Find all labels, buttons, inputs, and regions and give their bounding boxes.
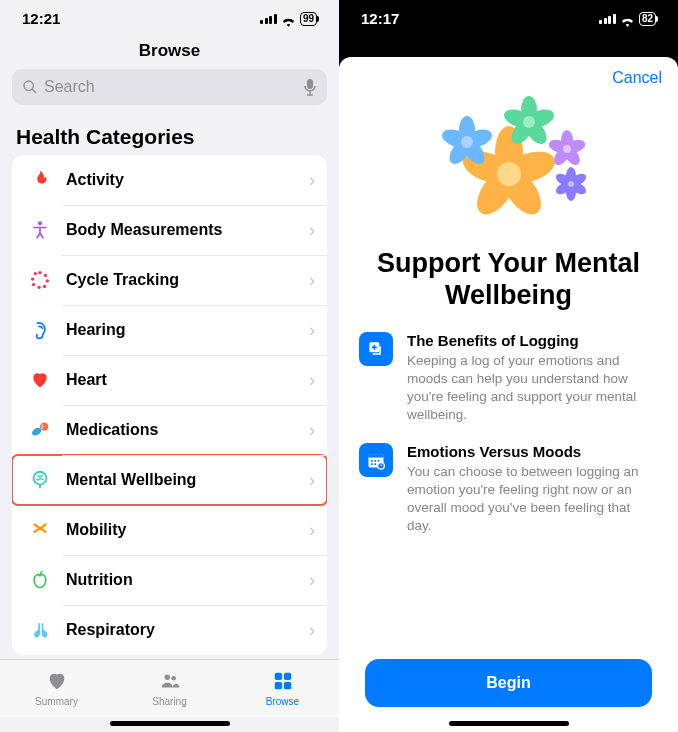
svg-point-5: [44, 274, 47, 277]
svg-point-10: [31, 277, 34, 280]
info-item-0: The Benefits of LoggingKeeping a log of …: [359, 332, 658, 425]
battery-indicator: 99: [300, 12, 317, 26]
signal-icon: [599, 14, 616, 24]
svg-rect-18: [283, 673, 290, 680]
modal-sheet: Cancel Support Your Mental Wellbeing The…: [339, 57, 678, 732]
svg-point-8: [37, 286, 40, 289]
svg-point-7: [43, 285, 46, 288]
mobility-icon: [26, 516, 54, 544]
chevron-right-icon: ›: [309, 520, 315, 541]
tab-sharing[interactable]: Sharing: [113, 660, 226, 717]
category-label: Medications: [66, 421, 309, 439]
svg-point-6: [46, 279, 49, 282]
svg-point-52: [568, 181, 574, 187]
chevron-right-icon: ›: [309, 570, 315, 591]
modal-title: Support Your Mental Wellbeing: [369, 247, 648, 312]
nav-title: Browse: [0, 35, 339, 69]
svg-rect-59: [374, 460, 376, 462]
categories-list: Activity›Body Measurements›Cycle Trackin…: [12, 155, 327, 655]
cycle-icon: [26, 266, 54, 294]
svg-rect-56: [369, 454, 384, 457]
status-bar: 12:17 82: [339, 0, 678, 35]
category-medications[interactable]: Medications›: [12, 405, 327, 455]
flowers-illustration: [359, 89, 658, 229]
plus-square-icon: [359, 332, 393, 366]
brain-icon: [26, 466, 54, 494]
svg-point-4: [38, 271, 41, 274]
svg-point-11: [34, 272, 37, 275]
category-label: Body Measurements: [66, 221, 309, 239]
status-time: 12:21: [22, 10, 60, 27]
tab-browse[interactable]: Browse: [226, 660, 339, 717]
category-activity[interactable]: Activity›: [12, 155, 327, 205]
svg-point-0: [24, 81, 33, 90]
status-icons: 82: [599, 12, 656, 26]
info-item-1: Emotions Versus MoodsYou can choose to b…: [359, 443, 658, 536]
chevron-right-icon: ›: [309, 620, 315, 641]
svg-point-15: [164, 675, 170, 681]
category-respiratory[interactable]: Respiratory›: [12, 605, 327, 655]
home-indicator[interactable]: [449, 721, 569, 726]
lungs-icon: [26, 616, 54, 644]
home-indicator[interactable]: [110, 721, 230, 726]
category-label: Cycle Tracking: [66, 271, 309, 289]
info-desc: Keeping a log of your emotions and moods…: [407, 352, 658, 425]
svg-point-16: [171, 676, 176, 681]
tab-summary[interactable]: Summary: [0, 660, 113, 717]
svg-point-33: [461, 136, 473, 148]
category-nutrition[interactable]: Nutrition›: [12, 555, 327, 605]
chevron-right-icon: ›: [309, 470, 315, 491]
heart-icon: [26, 366, 54, 394]
svg-point-45: [563, 145, 571, 153]
people-icon: [159, 670, 181, 694]
svg-rect-60: [378, 460, 380, 462]
chevron-right-icon: ›: [309, 170, 315, 191]
category-label: Mobility: [66, 521, 309, 539]
section-title: Health Categories: [0, 115, 339, 155]
chevron-right-icon: ›: [309, 370, 315, 391]
svg-rect-2: [307, 79, 313, 89]
svg-rect-58: [371, 460, 373, 462]
chevron-right-icon: ›: [309, 420, 315, 441]
category-label: Heart: [66, 371, 309, 389]
svg-point-39: [523, 116, 535, 128]
search-field[interactable]: [12, 69, 327, 105]
browse-screen: 12:21 99 Browse Health Categories Activi…: [0, 0, 339, 732]
category-body-measurements[interactable]: Body Measurements›: [12, 205, 327, 255]
category-label: Activity: [66, 171, 309, 189]
svg-line-1: [32, 89, 36, 93]
search-icon: [22, 79, 38, 95]
body-icon: [26, 216, 54, 244]
ear-icon: [26, 316, 54, 344]
category-mental-wellbeing[interactable]: Mental Wellbeing›: [12, 455, 327, 505]
tab-label: Sharing: [152, 696, 186, 707]
chevron-right-icon: ›: [309, 220, 315, 241]
search-input[interactable]: [44, 78, 297, 96]
svg-point-9: [32, 283, 35, 286]
category-label: Mental Wellbeing: [66, 471, 309, 489]
info-desc: You can choose to between logging an emo…: [407, 463, 658, 536]
tab-label: Browse: [266, 696, 299, 707]
category-hearing[interactable]: Hearing›: [12, 305, 327, 355]
mic-icon[interactable]: [303, 78, 317, 96]
chevron-right-icon: ›: [309, 270, 315, 291]
svg-point-27: [497, 162, 521, 186]
pills-icon: [26, 416, 54, 444]
begin-button[interactable]: Begin: [365, 659, 652, 707]
tab-bar: SummarySharingBrowse: [0, 659, 339, 717]
info-title: The Benefits of Logging: [407, 332, 658, 349]
svg-point-13: [40, 423, 48, 431]
status-time: 12:17: [361, 10, 399, 27]
cancel-button[interactable]: Cancel: [612, 69, 662, 87]
category-heart[interactable]: Heart›: [12, 355, 327, 405]
category-mobility[interactable]: Mobility›: [12, 505, 327, 555]
category-cycle-tracking[interactable]: Cycle Tracking›: [12, 255, 327, 305]
info-title: Emotions Versus Moods: [407, 443, 658, 460]
status-icons: 99: [260, 12, 317, 26]
svg-rect-61: [371, 463, 373, 465]
category-label: Respiratory: [66, 621, 309, 639]
tab-label: Summary: [35, 696, 78, 707]
battery-indicator: 82: [639, 12, 656, 26]
wellbeing-modal-screen: 12:17 82 Cancel Support Your Mental Well…: [339, 0, 678, 732]
category-label: Hearing: [66, 321, 309, 339]
